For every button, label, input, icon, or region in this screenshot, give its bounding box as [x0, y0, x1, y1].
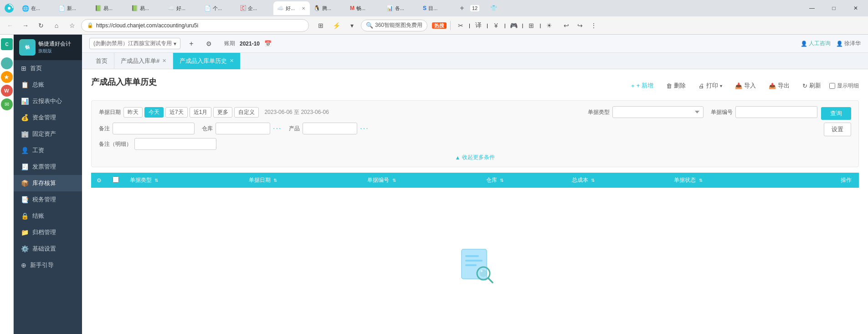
col-date[interactable]: 单据日期 ⇅ — [243, 173, 362, 188]
col-type[interactable]: 单据类型 ⇅ — [124, 173, 243, 188]
sidebar-item-settings[interactable]: ⚙️ 基础设置 — [14, 241, 82, 257]
add-company-button[interactable]: + — [185, 37, 198, 50]
browser-tab-2[interactable]: 📄 新... — [55, 1, 91, 15]
col-warehouse[interactable]: 仓库 ⇅ — [481, 173, 566, 188]
print-button[interactable]: 🖨 打印 ▾ — [694, 80, 727, 92]
browser-tab-8[interactable]: ☁️ 好... ✕ — [273, 1, 310, 15]
product-dots[interactable]: ··· — [360, 124, 369, 133]
icon-side-weibo[interactable]: W — [1, 85, 13, 97]
browser-tab-12[interactable]: S 目... — [419, 1, 456, 15]
show-detail-checkbox[interactable] — [829, 83, 835, 89]
calendar-icon[interactable]: 📅 — [264, 40, 272, 47]
browser-tab-7[interactable]: 🇨 企... — [237, 1, 273, 15]
delete-button[interactable]: 🗑 删除 — [662, 80, 690, 92]
notes-input[interactable] — [113, 123, 195, 134]
col-no[interactable]: 单据编号 ⇅ — [362, 173, 481, 188]
sidebar-item-inventory[interactable]: 📦 库存核算 — [14, 175, 82, 191]
forward-button[interactable]: → — [19, 19, 32, 32]
date-btn-month[interactable]: 近1月 — [190, 107, 212, 118]
export-button[interactable]: 📤 导出 — [764, 80, 794, 92]
icon-side-chanjet[interactable]: C — [1, 38, 13, 50]
sidebar-item-archive[interactable]: 📁 归档管理 — [14, 224, 82, 241]
sidebar-item-reports[interactable]: 📊 云报表中心 — [14, 93, 82, 109]
sidebar-item-funds[interactable]: 💰 资金管理 — [14, 109, 82, 126]
browser-tab-3[interactable]: 📗 易... — [91, 1, 128, 15]
browser-tab-6[interactable]: 📄 个... — [200, 1, 237, 15]
bookmark-button[interactable]: ☆ — [66, 19, 78, 32]
icon-side-mail[interactable]: ✉ — [1, 98, 13, 110]
sidebar-item-more[interactable]: ⊕ 新手引导 — [14, 257, 82, 273]
new-button[interactable]: + + 新增 — [627, 80, 658, 92]
icon-side-blue[interactable] — [1, 57, 13, 69]
close-button[interactable]: ✕ — [845, 0, 866, 16]
sidebar-item-ledger[interactable]: 📋 总账 — [14, 77, 82, 93]
product-input[interactable] — [303, 123, 357, 134]
home-button[interactable]: ⌂ — [50, 19, 63, 32]
date-btn-today[interactable]: 今天 — [144, 107, 164, 118]
scissors-icon[interactable]: ✂ — [454, 19, 467, 32]
translate-icon[interactable]: 译 — [472, 19, 485, 32]
new-tab-button[interactable]: + — [456, 2, 468, 15]
tab-history-close[interactable]: ✕ — [230, 58, 234, 64]
sidebar-item-salary[interactable]: 👤 工资 — [14, 142, 82, 159]
address-input[interactable]: 🔒 https://cloud.chanjet.com/accounting/u… — [81, 19, 309, 32]
col-cost[interactable]: 总成本 ⇅ — [566, 173, 668, 188]
browser-tab-9[interactable]: 🐧 腾... — [310, 1, 346, 15]
sidebar-item-invoice[interactable]: 🧾 发票管理 — [14, 159, 82, 175]
page-tab-home[interactable]: 首页 — [89, 53, 114, 69]
theme-icon[interactable]: ☀ — [543, 19, 555, 32]
apps-icon[interactable]: ⊞ — [525, 19, 538, 32]
more-icon[interactable]: ⋮ — [587, 19, 600, 32]
user-name[interactable]: 👤 徐泽华 — [836, 40, 861, 47]
page-tab-history[interactable]: 产成品入库单历史 ✕ — [173, 53, 241, 69]
col-gear[interactable]: ⚙ — [91, 173, 107, 188]
sidebar-item-home[interactable]: ⊞ 首页 — [14, 60, 82, 77]
date-btn-custom[interactable]: 自定义 — [234, 107, 259, 118]
browser-tab-1[interactable]: 🌐 在... — [18, 1, 55, 15]
date-btn-more[interactable]: 更多 — [213, 107, 232, 118]
col-check[interactable] — [107, 173, 124, 188]
minimize-button[interactable]: — — [801, 0, 822, 16]
sidebar-item-fixed[interactable]: 🏢 固定资产 — [14, 126, 82, 142]
browser-tab-10[interactable]: M 畅... — [346, 1, 383, 15]
yuan-icon[interactable]: ¥ — [490, 19, 503, 32]
date-btn-week[interactable]: 近7天 — [165, 107, 188, 118]
refresh-button[interactable]: ↻ — [35, 19, 47, 32]
date-btn-yesterday[interactable]: 昨天 — [123, 107, 143, 118]
dropdown-icon[interactable]: ▾ — [345, 19, 358, 32]
tab-close-8[interactable]: ✕ — [301, 5, 306, 11]
refresh-button[interactable]: ↻ 刷新 — [798, 80, 826, 92]
voucher-no-input[interactable] — [735, 106, 817, 118]
show-detail-label[interactable]: 显示明细 — [829, 82, 859, 90]
warehouse-input[interactable] — [216, 123, 270, 134]
undo-icon[interactable]: ↩ — [560, 19, 573, 32]
search-box[interactable]: 🔍 360智能抠图免费用 — [361, 20, 427, 31]
page-tab-voucher-list[interactable]: 产成品入库单# ✕ — [114, 53, 173, 69]
query-button[interactable]: 查询 — [821, 107, 851, 120]
col-status[interactable]: 单据状态 ⇅ — [668, 173, 787, 188]
set-button[interactable]: 设置 — [824, 123, 851, 136]
collapse-button[interactable]: ▲ 收起更多条件 — [455, 154, 495, 161]
browser-tab-11[interactable]: 📊 各... — [383, 1, 419, 15]
warehouse-dots[interactable]: ··· — [273, 124, 282, 133]
import-button[interactable]: 📥 导入 — [730, 80, 760, 92]
browser-tab-4[interactable]: 📗 易... — [128, 1, 164, 15]
game-icon[interactable]: 🎮 — [508, 19, 520, 32]
select-all-checkbox[interactable] — [113, 176, 119, 183]
icon-side-star[interactable]: ★ — [1, 71, 13, 83]
lightning-icon[interactable]: ⚡ — [330, 19, 343, 32]
notes-detail-input[interactable] — [134, 138, 216, 150]
maximize-button[interactable]: □ — [823, 0, 844, 16]
grid-icon[interactable]: ⊞ — [314, 19, 327, 32]
company-settings-icon[interactable]: ⚙ — [202, 37, 215, 50]
back-button[interactable]: ← — [4, 19, 16, 32]
voucher-type-select[interactable] — [612, 106, 704, 118]
redo-icon[interactable]: ↪ — [574, 19, 586, 32]
tab-voucher-close[interactable]: ✕ — [162, 58, 166, 64]
sidebar-item-checkout[interactable]: 🔒 结账 — [14, 208, 82, 224]
company-selector[interactable]: (勿删勿禁用）江西腺宝测试专用 ▾ — [89, 38, 180, 49]
tab-count[interactable]: 12 — [470, 5, 479, 11]
sidebar-item-tax[interactable]: 📑 税务管理 — [14, 191, 82, 208]
user-service[interactable]: 👤 人工咨询 — [801, 40, 831, 47]
browser-tab-5[interactable]: ☁️ 好... — [164, 1, 200, 15]
